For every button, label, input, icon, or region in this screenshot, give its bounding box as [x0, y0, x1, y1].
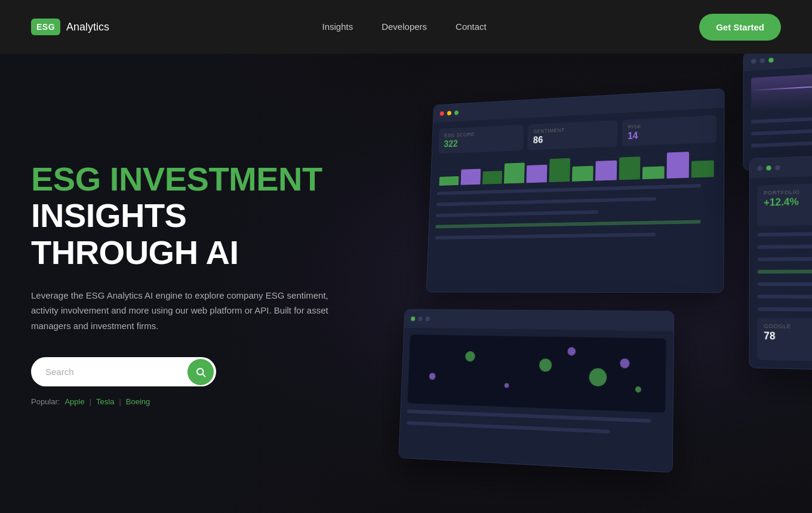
- metric-label-3: Risk: [628, 120, 710, 130]
- text-line-side-1: [751, 113, 812, 124]
- text-line-bot-2: [407, 421, 610, 434]
- metric-right-label-2: Google: [764, 323, 812, 331]
- dashboard-main-panel: ESG Score 322 Sentiment 86 Risk 14: [426, 88, 725, 293]
- panel-header-main: [433, 89, 724, 122]
- text-line-side-3: [751, 140, 812, 148]
- popular-sep-1: |: [90, 397, 91, 406]
- popular-row: Popular: Apple | Tesla | Boeing: [31, 397, 339, 406]
- nav-link-developers[interactable]: Developers: [382, 21, 427, 32]
- panel-dot-side-2: [760, 58, 765, 63]
- panel-body-side: [743, 61, 812, 170]
- search-icon: [195, 367, 206, 377]
- text-line-side-2: [751, 127, 812, 136]
- chart-bar-8: [619, 156, 641, 180]
- dashboard-side-panel: [743, 54, 812, 171]
- metric-value-3: 14: [628, 127, 710, 142]
- dashboard-right-panel: Portfolio +12.4% Google 78: [749, 153, 812, 372]
- chart-bar-2: [482, 171, 503, 185]
- panel-dot-bottom-3: [426, 317, 430, 321]
- popular-tag-tesla[interactable]: Tesla: [96, 397, 114, 406]
- panel-dot-r3: [775, 165, 780, 170]
- bubble-4: [568, 347, 576, 355]
- bubble-0: [429, 373, 436, 380]
- chart-bar-7: [595, 161, 617, 181]
- chart-bar-5: [549, 158, 570, 182]
- bubble-6: [620, 358, 629, 368]
- navbar: ESG Analytics Insights Developers Contac…: [0, 0, 812, 54]
- metric-card-1: ESG Score 322: [438, 125, 524, 154]
- text-line-r2: [757, 244, 812, 248]
- chart-bar-9: [642, 167, 665, 180]
- metric-right-value: +12.4%: [764, 194, 812, 208]
- text-line-1: [436, 184, 701, 195]
- popular-tag-boeing[interactable]: Boeing: [126, 397, 150, 406]
- scatter-chart: [407, 334, 666, 413]
- text-line-3: [436, 210, 598, 217]
- metric-card-2: Sentiment 86: [527, 120, 617, 150]
- text-line-r3: [757, 257, 812, 261]
- metric-value-2: 86: [533, 132, 611, 146]
- text-line-r7: [757, 307, 812, 311]
- bubble-5: [589, 368, 607, 386]
- hero-content: ESG INVESTMENT INSIGHTS THROUGH AI Lever…: [0, 161, 370, 406]
- svg-line-1: [202, 374, 205, 376]
- bubble-7: [635, 386, 641, 393]
- panel-header-side: [744, 54, 812, 71]
- logo[interactable]: ESG Analytics: [31, 19, 109, 35]
- text-line-5: [435, 233, 656, 239]
- panel-metrics-row: ESG Score 322 Sentiment 86 Risk 14: [438, 115, 716, 154]
- metric-right-2: Google 78: [757, 318, 812, 363]
- popular-sep-2: |: [119, 397, 121, 406]
- nav-item-contact[interactable]: Contact: [456, 21, 487, 32]
- panel-dot-red: [440, 111, 444, 116]
- get-started-button[interactable]: Get Started: [699, 14, 781, 41]
- nav-item-developers[interactable]: Developers: [382, 21, 427, 32]
- hero-title-line2: INSIGHTS THROUGH AI: [31, 196, 239, 271]
- chart-bar-10: [667, 152, 689, 179]
- nav-link-contact[interactable]: Contact: [456, 21, 487, 32]
- panel-dot-side-3: [768, 57, 773, 62]
- text-line-r5: [757, 282, 812, 285]
- dashboard-bottom-panel: [398, 309, 674, 473]
- bubble-1: [465, 351, 475, 362]
- panel-dot-bottom-2: [418, 317, 422, 321]
- hero-description: Leverage the ESG Analytics AI engine to …: [31, 288, 336, 334]
- chart-bar-0: [439, 176, 459, 185]
- search-button[interactable]: [187, 359, 214, 385]
- chart-bars: [437, 147, 716, 186]
- panel-dot-green: [454, 110, 459, 115]
- text-line-4: [435, 220, 701, 228]
- text-line-2: [436, 197, 657, 206]
- logo-text: Analytics: [66, 21, 109, 33]
- line-chart: [751, 69, 812, 113]
- nav-item-insights[interactable]: Insights: [322, 21, 353, 32]
- popular-label: Popular:: [31, 397, 60, 406]
- panel-body-main: ESG Score 322 Sentiment 86 Risk 14: [427, 107, 724, 292]
- text-line-r4: [757, 269, 812, 274]
- bubble-2: [504, 383, 509, 388]
- panel-dot-bottom-1: [411, 317, 415, 321]
- chart-bar-11: [691, 160, 714, 178]
- metric-label-1: ESG Score: [444, 130, 518, 139]
- metric-value-1: 322: [444, 136, 518, 149]
- nav-links: Insights Developers Contact: [322, 21, 486, 32]
- chart-bar-1: [460, 168, 481, 185]
- logo-badge: ESG: [31, 19, 60, 35]
- panel-header-bottom: [404, 310, 673, 331]
- chart-bar-3: [504, 162, 525, 183]
- metric-label-2: Sentiment: [533, 125, 611, 134]
- panel-body-bottom: [399, 328, 673, 472]
- panel-dot-r2: [766, 165, 771, 170]
- popular-tag-apple[interactable]: Apple: [64, 397, 84, 406]
- chart-bar-6: [572, 166, 593, 182]
- metric-right-1: Portfolio +12.4%: [757, 182, 812, 226]
- panel-body-right: Portfolio +12.4% Google 78: [750, 173, 812, 371]
- metric-right-label: Portfolio: [764, 186, 812, 196]
- panel-dot-yellow: [447, 111, 451, 116]
- hero-section: ESG INVESTMENT INSIGHTS THROUGH AI Lever…: [0, 54, 812, 513]
- nav-link-insights[interactable]: Insights: [322, 21, 353, 32]
- hero-title-line1: ESG INVESTMENT: [31, 160, 322, 198]
- bubble-3: [539, 358, 552, 371]
- panel-header-right: [750, 153, 812, 179]
- panel-dot-r1: [757, 166, 762, 171]
